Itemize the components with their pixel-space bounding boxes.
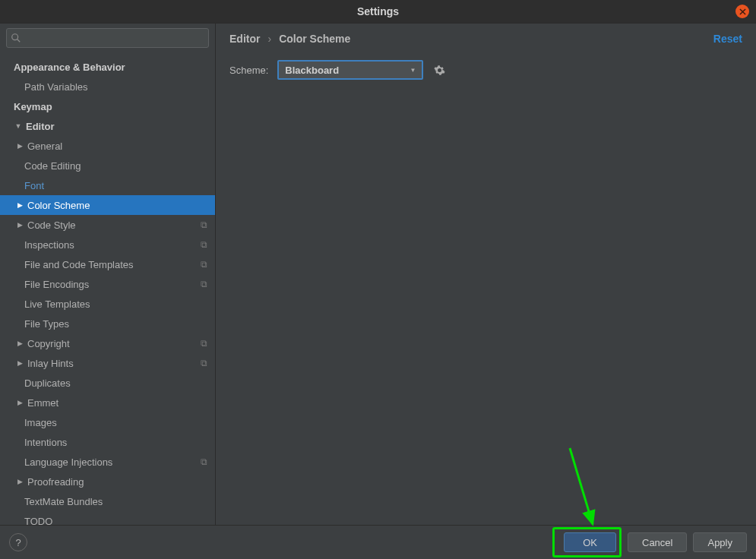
- search-icon: [11, 33, 21, 43]
- settings-content: Editor › Color Scheme Reset Scheme: Blac…: [216, 24, 756, 525]
- tree-item-label: Inspections: [24, 239, 201, 251]
- tree-item[interactable]: TextMate Bundles: [0, 491, 215, 511]
- tree-item-label: Color Scheme: [27, 200, 207, 211]
- tree-item[interactable]: Code Editing: [0, 156, 215, 175]
- main-area: Appearance & BehaviorPath VariablesKeyma…: [0, 23, 756, 525]
- chevron-right-icon: ▶: [15, 340, 24, 347]
- tree-item[interactable]: Live Templates: [0, 294, 215, 314]
- chevron-right-icon: ▶: [15, 359, 24, 367]
- tree-item[interactable]: ▶Copyright⧉: [0, 333, 215, 353]
- settings-tree[interactable]: Appearance & BehaviorPath VariablesKeyma…: [0, 51, 215, 525]
- tree-item-label: Inlay Hints: [27, 358, 201, 369]
- tree-item[interactable]: Inspections⧉: [0, 235, 215, 254]
- chevron-right-icon: ▶: [15, 221, 24, 229]
- tree-item-label: File Types: [24, 318, 207, 330]
- tree-item[interactable]: Intentions: [0, 432, 215, 452]
- tree-item-label: File and Code Templates: [24, 259, 201, 270]
- tree-item[interactable]: ▶General: [0, 136, 215, 156]
- tree-item-label: Live Templates: [24, 298, 207, 310]
- chevron-right-icon: ›: [267, 33, 271, 45]
- tree-item-label: File Encodings: [24, 279, 201, 290]
- tree-item[interactable]: Appearance & Behavior: [0, 57, 215, 77]
- scheme-select[interactable]: Blackboard ▼: [277, 60, 423, 80]
- tree-item-label: TODO: [24, 516, 207, 526]
- tree-item-label: Emmet: [27, 397, 207, 409]
- window-title: Settings: [357, 5, 399, 17]
- tree-item[interactable]: ▶Inlay Hints⧉: [0, 353, 215, 373]
- cancel-button[interactable]: Cancel: [628, 532, 687, 552]
- svg-line-1: [17, 39, 21, 43]
- tree-item-label: TextMate Bundles: [24, 496, 207, 507]
- tree-item[interactable]: Language Injections⧉: [0, 452, 215, 472]
- tree-item[interactable]: Keymap: [0, 96, 215, 116]
- tree-item-label: Code Style: [27, 219, 201, 231]
- reset-link[interactable]: Reset: [713, 33, 742, 45]
- chevron-right-icon: ▶: [15, 399, 24, 406]
- tree-item-label: Duplicates: [24, 377, 207, 389]
- tree-item[interactable]: File and Code Templates⧉: [0, 254, 215, 274]
- tree-item-label: Font: [24, 180, 207, 191]
- tree-item-label: General: [27, 141, 207, 152]
- chevron-down-icon: ▼: [410, 67, 416, 74]
- settings-sidebar: Appearance & BehaviorPath VariablesKeyma…: [0, 24, 216, 525]
- help-button[interactable]: ?: [9, 533, 27, 551]
- project-scope-icon: ⧉: [201, 456, 207, 467]
- project-scope-icon: ⧉: [201, 279, 207, 289]
- tree-item[interactable]: ▶Emmet: [0, 393, 215, 412]
- ok-highlight-annotation: OK: [552, 527, 622, 557]
- gear-icon: [434, 65, 445, 76]
- tree-item[interactable]: TODO: [0, 511, 215, 525]
- project-scope-icon: ⧉: [201, 338, 207, 349]
- tree-item[interactable]: File Encodings⧉: [0, 274, 215, 294]
- titlebar: Settings: [0, 0, 756, 23]
- tree-item-label: Proofreading: [27, 476, 207, 488]
- svg-point-0: [12, 34, 18, 40]
- breadcrumb-root[interactable]: Editor: [229, 33, 260, 45]
- tree-item-label: Appearance & Behavior: [14, 62, 207, 73]
- tree-item[interactable]: Font: [0, 175, 215, 195]
- tree-item-label: Code Editing: [24, 160, 207, 172]
- chevron-down-icon: ▼: [14, 122, 23, 130]
- tree-item[interactable]: Path Variables: [0, 77, 215, 96]
- tree-item[interactable]: ▶Code Style⧉: [0, 215, 215, 235]
- tree-item-label: Language Injections: [24, 456, 201, 468]
- breadcrumb: Editor › Color Scheme: [229, 33, 742, 45]
- tree-item-label: Keymap: [14, 101, 207, 112]
- project-scope-icon: ⧉: [201, 358, 207, 368]
- tree-item[interactable]: ▶Proofreading: [0, 472, 215, 491]
- tree-item[interactable]: ▶Color Scheme: [0, 195, 215, 215]
- close-icon: [739, 8, 746, 15]
- tree-item-label: Editor: [26, 121, 207, 132]
- dialog-footer: ? OK Cancel Apply: [0, 525, 756, 559]
- chevron-right-icon: ▶: [15, 478, 24, 485]
- tree-item[interactable]: Images: [0, 412, 215, 432]
- tree-item[interactable]: ▼Editor: [0, 116, 215, 136]
- tree-item[interactable]: Duplicates: [0, 373, 215, 393]
- project-scope-icon: ⧉: [201, 259, 207, 270]
- breadcrumb-leaf: Color Scheme: [279, 33, 350, 45]
- scheme-label: Scheme:: [229, 65, 268, 76]
- project-scope-icon: ⧉: [201, 239, 207, 250]
- scheme-value: Blackboard: [285, 65, 339, 76]
- tree-item-label: Intentions: [24, 437, 207, 448]
- close-button[interactable]: [735, 5, 749, 18]
- search-input[interactable]: [6, 28, 209, 48]
- project-scope-icon: ⧉: [201, 219, 207, 230]
- tree-item-label: Path Variables: [24, 81, 207, 93]
- tree-item-label: Images: [24, 417, 207, 428]
- chevron-right-icon: ▶: [15, 201, 24, 209]
- scheme-gear-button[interactable]: [432, 63, 446, 77]
- chevron-right-icon: ▶: [15, 142, 24, 150]
- ok-button[interactable]: OK: [564, 532, 616, 552]
- tree-item[interactable]: File Types: [0, 314, 215, 333]
- scheme-row: Scheme: Blackboard ▼: [229, 60, 742, 80]
- apply-button[interactable]: Apply: [693, 532, 747, 552]
- tree-item-label: Copyright: [27, 338, 201, 349]
